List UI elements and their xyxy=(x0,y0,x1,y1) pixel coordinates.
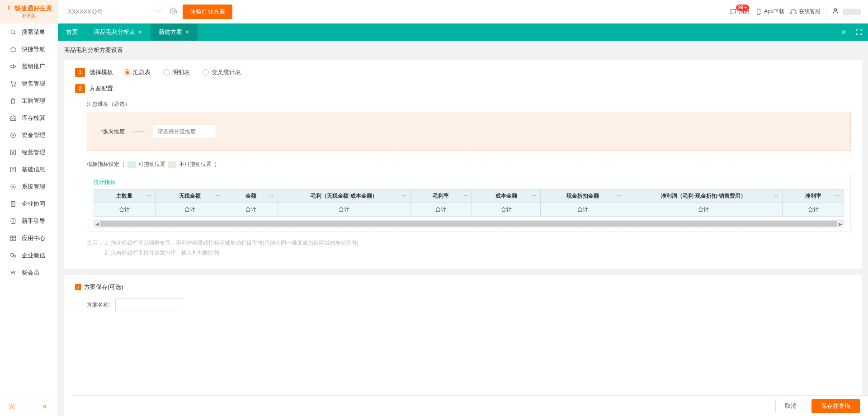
online-support-link[interactable]: 在线客服 xyxy=(790,8,821,15)
sidebar-item-4[interactable]: 采购管理 xyxy=(0,92,57,109)
online-support-label: 在线客服 xyxy=(799,8,821,15)
warehouse-icon xyxy=(9,114,17,122)
sidebar-item-9[interactable]: 系统管理 xyxy=(0,178,57,195)
mobile-icon xyxy=(755,8,762,15)
template-radio-1[interactable]: 明细表 xyxy=(163,68,190,76)
home-icon xyxy=(9,45,17,53)
sidebar-item-14[interactable]: 畅会员 xyxy=(0,264,57,281)
sidebar-item-2[interactable]: 营销推广 xyxy=(0,58,57,75)
sidebar-item-5[interactable]: 库存核算 xyxy=(0,109,57,127)
chevron-down-icon[interactable]: ﹀ xyxy=(147,193,151,199)
topbar: XXXXXX公司 ﹀ 体验行业方案 消息 99 + App下载 在线客服 xyxy=(58,0,868,24)
svg-rect-20 xyxy=(795,12,796,14)
chevron-down-icon[interactable]: ﹀ xyxy=(463,193,468,199)
vip-icon xyxy=(9,269,17,277)
sidebar-item-11[interactable]: 新手引导 xyxy=(0,213,57,230)
brand-logo: 畅捷通好生意 标准版 xyxy=(0,0,57,24)
close-all-tabs-button[interactable] xyxy=(837,26,850,38)
sidebar-item-6[interactable]: 资金管理 xyxy=(0,127,57,144)
indicator-total-cell-6: 合计 xyxy=(541,203,625,217)
app-download-link[interactable]: App下载 xyxy=(755,8,784,15)
not-draggable-swatch xyxy=(168,161,176,168)
indicator-col-5[interactable]: 成本金额﹀ xyxy=(472,189,541,203)
company-selector[interactable]: XXXXXX公司 ﹀ xyxy=(65,5,165,19)
user-icon xyxy=(832,7,839,16)
indicator-total-cell-0: 合计 xyxy=(94,203,156,217)
sidebar-item-8[interactable]: 基础信息 xyxy=(0,161,57,178)
sidebar-item-label: 经营管理 xyxy=(22,148,45,156)
sidebar-item-12[interactable]: 应用中心 xyxy=(0,230,57,247)
tab-2[interactable]: 新建方案✕ xyxy=(151,24,198,41)
hints-label: 提示： xyxy=(87,240,103,246)
sidebar-item-0[interactable]: 搜索菜单 xyxy=(0,24,57,41)
svg-point-7 xyxy=(13,186,14,188)
cancel-button[interactable]: 取消 xyxy=(775,399,806,413)
chevron-down-icon[interactable]: ﹀ xyxy=(216,193,220,199)
sidebar-item-13[interactable]: 企业微信 xyxy=(0,247,57,264)
svg-point-0 xyxy=(11,30,14,33)
template-radio-2[interactable]: 交叉统计表 xyxy=(203,68,241,76)
indicator-col-3[interactable]: 毛利（无税金额-成本金额）﹀ xyxy=(278,189,410,203)
template-radio-0[interactable]: 汇总表 xyxy=(124,68,151,76)
dimension-panel: *纵向维度 xyxy=(87,113,851,151)
sidebar-item-1[interactable]: 快捷导航 xyxy=(0,41,57,58)
page-title: 商品毛利分析方案设置 xyxy=(64,46,862,54)
chevron-down-icon[interactable]: ﹀ xyxy=(269,193,274,199)
indicator-col-7[interactable]: 净利润（毛利-现金折扣-销售费用）﹀ xyxy=(625,189,783,203)
indicator-legend: 模板指标设定（ 可拖动位置 不可拖动位置 ） xyxy=(87,161,851,168)
sidebar-item-label: 系统管理 xyxy=(22,183,45,191)
checkbox-checked-icon: ✓ xyxy=(75,284,81,290)
chevron-down-icon[interactable]: ﹀ xyxy=(617,193,621,199)
scroll-right-arrow[interactable]: ▶ xyxy=(837,221,844,227)
indicator-col-8[interactable]: 净利率﹀ xyxy=(783,189,844,203)
tab-1[interactable]: 商品毛利分析表✕ xyxy=(86,24,151,41)
try-industry-plan-button[interactable]: 体验行业方案 xyxy=(183,5,232,19)
scrollbar-thumb[interactable] xyxy=(100,221,837,227)
save-and-query-button[interactable]: 保存并查询 xyxy=(811,399,860,413)
guide-icon xyxy=(9,217,17,225)
indicator-col-6[interactable]: 现金折扣金额﹀ xyxy=(541,189,625,203)
radio-label: 汇总表 xyxy=(133,68,151,76)
indicator-total-cell-3: 合计 xyxy=(278,203,410,217)
sidebar-item-10[interactable]: 企业协同 xyxy=(0,195,57,213)
indicator-col-4[interactable]: 毛利率﹀ xyxy=(410,189,472,203)
scroll-left-arrow[interactable]: ◀ xyxy=(94,221,100,227)
brand-name: 畅捷通好生意 xyxy=(14,5,52,13)
company-settings-icon[interactable] xyxy=(170,7,177,16)
tab-close-icon[interactable]: ✕ xyxy=(185,29,189,35)
svg-rect-13 xyxy=(14,239,15,241)
wechat-icon xyxy=(9,251,17,260)
indicator-total-cell-7: 合计 xyxy=(625,203,783,217)
cart-icon xyxy=(9,80,17,88)
collapse-sidebar-icon[interactable] xyxy=(42,403,49,411)
user-menu[interactable] xyxy=(832,7,861,16)
plan-name-input[interactable] xyxy=(115,298,183,311)
col-label: 毛利率 xyxy=(433,193,449,199)
chevron-down-icon[interactable]: ﹀ xyxy=(532,193,537,199)
settings-icon[interactable] xyxy=(8,403,15,411)
plan-name-row: 方案名称: xyxy=(87,298,851,311)
messages-badge: 99 + xyxy=(736,5,750,11)
indicator-col-0[interactable]: 主数量﹀ xyxy=(94,189,156,203)
sidebar-item-3[interactable]: 销售管理 xyxy=(0,75,57,92)
tab-close-icon[interactable]: ✕ xyxy=(138,29,142,35)
messages-link[interactable]: 消息 99 + xyxy=(730,8,750,15)
radio-label: 明细表 xyxy=(172,68,190,76)
sidebar-item-label: 企业协同 xyxy=(22,200,45,208)
sidebar-item-label: 基础信息 xyxy=(22,165,45,174)
vertical-dimension-label: *纵向维度 xyxy=(101,128,125,136)
horizontal-scrollbar[interactable]: ◀ ▶ xyxy=(94,220,844,227)
save-plan-checkbox-row[interactable]: ✓ 方案保存(可选) xyxy=(75,283,851,291)
indicator-col-1[interactable]: 无税金额﹀ xyxy=(155,189,224,203)
building-icon xyxy=(9,200,17,208)
page-body: 商品毛利分析方案设置 1 选择模板 汇总表明细表交叉统计表 2 方案配置 汇总维… xyxy=(58,41,868,416)
vertical-dimension-input[interactable] xyxy=(153,125,216,138)
chevron-down-icon[interactable]: ﹀ xyxy=(774,193,778,199)
sidebar-item-7[interactable]: 经营管理 xyxy=(0,144,57,161)
tab-0[interactable]: 首页 xyxy=(58,24,86,41)
indicator-col-2[interactable]: 金额﹀ xyxy=(224,189,278,203)
workspace-tabs: 首页商品毛利分析表✕新建方案✕ xyxy=(58,24,868,41)
chevron-down-icon[interactable]: ﹀ xyxy=(402,193,406,199)
fullscreen-button[interactable] xyxy=(853,26,865,38)
chevron-down-icon[interactable]: ﹀ xyxy=(835,193,840,199)
